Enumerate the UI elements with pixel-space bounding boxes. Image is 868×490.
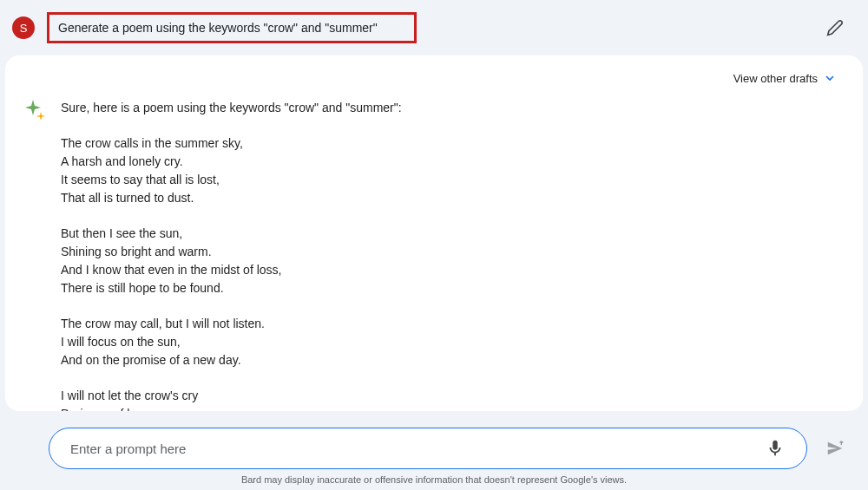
poem-line: And on the promise of a new day.	[61, 351, 844, 369]
send-button[interactable]	[819, 433, 851, 464]
poem-container: The crow calls in the summer sky,A harsh…	[61, 134, 844, 411]
view-drafts-label: View other drafts	[733, 72, 818, 85]
poem-stanza: I will not let the crow's cryDrain me of…	[61, 387, 844, 411]
poem-line: Drain me of hope	[61, 405, 844, 411]
poem-line: There is still hope to be found.	[61, 279, 844, 297]
user-prompt-text: Generate a poem using the keywords "crow…	[58, 21, 378, 35]
poem-stanza: The crow calls in the summer sky,A harsh…	[61, 134, 844, 207]
response-intro: Sure, here is a poem using the keywords …	[61, 99, 844, 117]
response-header: View other drafts	[24, 68, 844, 88]
prompt-highlight-box: Generate a poem using the keywords "crow…	[47, 12, 417, 43]
microphone-button[interactable]	[760, 433, 791, 464]
input-area: Bard may display inaccurate or offensive…	[0, 419, 868, 490]
pencil-icon	[826, 19, 844, 36]
chevron-down-icon	[823, 71, 837, 85]
response-card: View other drafts Sure, here is a poem u…	[5, 56, 863, 411]
poem-line: That all is turned to dust.	[61, 189, 844, 207]
microphone-icon	[766, 439, 785, 458]
poem-line: It seems to say that all is lost,	[61, 171, 844, 189]
poem-line: But then I see the sun,	[61, 225, 844, 243]
disclaimer-text: Bard may display inaccurate or offensive…	[17, 469, 851, 487]
prompt-input-wrap[interactable]	[49, 428, 807, 469]
send-icon	[825, 439, 845, 458]
bard-sparkle-icon	[24, 99, 47, 121]
user-avatar: S	[12, 16, 35, 39]
poem-line: A harsh and lonely cry.	[61, 153, 844, 171]
poem-stanza: But then I see the sun,Shining so bright…	[61, 225, 844, 297]
poem-stanza: The crow may call, but I will not listen…	[61, 315, 844, 369]
view-drafts-button[interactable]: View other drafts	[727, 68, 844, 88]
user-prompt-row: S Generate a poem using the keywords "cr…	[0, 0, 868, 56]
input-row	[17, 428, 851, 469]
poem-line: The crow may call, but I will not listen…	[61, 315, 844, 333]
avatar-letter: S	[20, 22, 28, 35]
prompt-input[interactable]	[70, 441, 760, 456]
poem-line: I will focus on the sun,	[61, 333, 844, 351]
response-content: Sure, here is a poem using the keywords …	[61, 99, 844, 411]
poem-line: Shining so bright and warm.	[61, 243, 844, 261]
edit-prompt-button[interactable]	[819, 12, 851, 43]
poem-line: I will not let the crow's cry	[61, 387, 844, 405]
response-body: Sure, here is a poem using the keywords …	[24, 99, 844, 411]
poem-line: The crow calls in the summer sky,	[61, 134, 844, 153]
poem-line: And I know that even in the midst of los…	[61, 261, 844, 279]
